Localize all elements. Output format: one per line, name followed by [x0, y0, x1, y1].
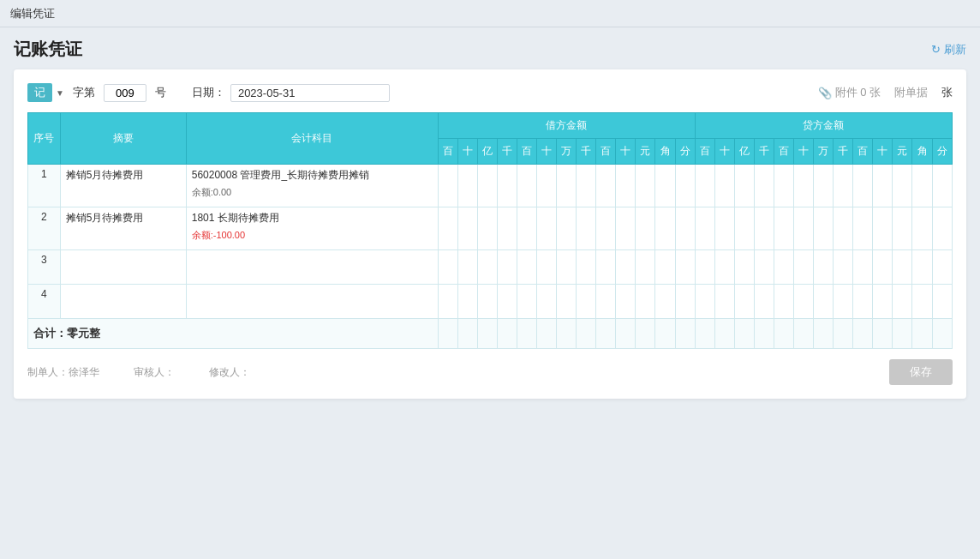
row-2-debit-5[interactable]	[517, 207, 536, 250]
row-3-account[interactable]	[186, 250, 438, 285]
row-3-credit-6[interactable]	[794, 250, 814, 285]
row-1-debit-8[interactable]	[577, 165, 596, 207]
row-2-debit-1[interactable]	[438, 207, 457, 250]
row-2-debit-9[interactable]	[596, 207, 616, 250]
row-2-debit-11[interactable]	[636, 207, 655, 250]
row-2-debit-2[interactable]	[457, 207, 477, 250]
row-4-debit-6[interactable]	[537, 285, 557, 319]
row-1-credit-5[interactable]	[774, 165, 793, 207]
row-2-debit-12[interactable]	[655, 207, 675, 250]
row-1-credit-2[interactable]	[714, 165, 734, 207]
table-row[interactable]: 4	[28, 285, 953, 319]
row-1-debit-5[interactable]	[517, 165, 536, 207]
row-2-credit-3[interactable]	[734, 207, 754, 250]
row-1-credit-9[interactable]	[853, 165, 873, 207]
row-1-credit-1[interactable]	[695, 165, 714, 207]
row-4-debit-13[interactable]	[675, 285, 695, 319]
row-4-summary[interactable]	[60, 285, 186, 319]
row-4-credit-3[interactable]	[734, 285, 754, 319]
row-2-credit-11[interactable]	[893, 207, 912, 250]
row-3-debit-5[interactable]	[517, 250, 536, 285]
row-4-account[interactable]	[186, 285, 438, 319]
row-1-debit-1[interactable]	[438, 165, 457, 207]
refresh-button[interactable]: ↻ 刷新	[931, 42, 966, 57]
row-3-debit-3[interactable]	[477, 250, 497, 285]
row-3-summary[interactable]	[60, 250, 186, 285]
row-3-debit-6[interactable]	[537, 250, 557, 285]
row-2-debit-8[interactable]	[577, 207, 596, 250]
row-2-debit-4[interactable]	[497, 207, 517, 250]
row-4-credit-5[interactable]	[774, 285, 793, 319]
row-3-debit-8[interactable]	[577, 250, 596, 285]
row-3-debit-9[interactable]	[596, 250, 616, 285]
row-3-debit-2[interactable]	[457, 250, 477, 285]
row-3-credit-7[interactable]	[814, 250, 834, 285]
dropdown-arrow-icon[interactable]: ▼	[56, 88, 64, 98]
row-4-debit-11[interactable]	[636, 285, 655, 319]
row-3-credit-10[interactable]	[873, 250, 893, 285]
row-3-debit-10[interactable]	[616, 250, 636, 285]
row-4-debit-9[interactable]	[596, 285, 616, 319]
row-4-debit-3[interactable]	[477, 285, 497, 319]
row-3-debit-1[interactable]	[438, 250, 457, 285]
row-2-debit-7[interactable]	[557, 207, 577, 250]
row-1-credit-11[interactable]	[893, 165, 912, 207]
row-2-credit-6[interactable]	[794, 207, 814, 250]
row-3-credit-2[interactable]	[714, 250, 734, 285]
row-1-credit-10[interactable]	[873, 165, 893, 207]
table-row[interactable]: 3	[28, 250, 953, 285]
row-1-debit-2[interactable]	[457, 165, 477, 207]
row-4-credit-11[interactable]	[893, 285, 912, 319]
row-1-account[interactable]: 56020008 管理费用_长期待摊费用摊销余额:0.00	[186, 165, 438, 207]
row-3-debit-13[interactable]	[675, 250, 695, 285]
row-4-debit-8[interactable]	[577, 285, 596, 319]
row-1-credit-4[interactable]	[754, 165, 774, 207]
row-2-account[interactable]: 1801 长期待摊费用余额:-100.00	[186, 207, 438, 250]
row-4-credit-1[interactable]	[695, 285, 714, 319]
row-4-credit-9[interactable]	[853, 285, 873, 319]
row-3-debit-11[interactable]	[636, 250, 655, 285]
row-4-credit-2[interactable]	[714, 285, 734, 319]
voucher-number-input[interactable]	[104, 84, 146, 102]
row-2-debit-10[interactable]	[616, 207, 636, 250]
row-4-credit-4[interactable]	[754, 285, 774, 319]
row-1-debit-12[interactable]	[655, 165, 675, 207]
row-2-debit-13[interactable]	[675, 207, 695, 250]
row-1-credit-12[interactable]	[912, 165, 932, 207]
voucher-type-label[interactable]: 记	[27, 83, 52, 102]
row-2-credit-13[interactable]	[932, 207, 952, 250]
row-1-credit-3[interactable]	[734, 165, 754, 207]
row-4-debit-12[interactable]	[655, 285, 675, 319]
row-3-credit-3[interactable]	[734, 250, 754, 285]
row-1-credit-6[interactable]	[794, 165, 814, 207]
row-4-debit-2[interactable]	[457, 285, 477, 319]
row-3-debit-4[interactable]	[497, 250, 517, 285]
row-2-credit-2[interactable]	[714, 207, 734, 250]
row-1-credit-13[interactable]	[932, 165, 952, 207]
row-4-credit-13[interactable]	[932, 285, 952, 319]
row-4-credit-6[interactable]	[794, 285, 814, 319]
row-3-credit-1[interactable]	[695, 250, 714, 285]
row-3-credit-13[interactable]	[932, 250, 952, 285]
row-1-debit-10[interactable]	[616, 165, 636, 207]
row-4-debit-7[interactable]	[557, 285, 577, 319]
row-2-credit-5[interactable]	[774, 207, 793, 250]
row-1-debit-3[interactable]	[477, 165, 497, 207]
fj-button[interactable]: 附单据	[894, 85, 928, 100]
row-2-credit-4[interactable]	[754, 207, 774, 250]
row-4-debit-5[interactable]	[517, 285, 536, 319]
row-1-debit-9[interactable]	[596, 165, 616, 207]
row-1-debit-7[interactable]	[557, 165, 577, 207]
row-2-summary[interactable]: 摊销5月待摊费用	[60, 207, 186, 250]
row-4-debit-1[interactable]	[438, 285, 457, 319]
row-4-credit-7[interactable]	[814, 285, 834, 319]
row-1-credit-8[interactable]	[834, 165, 853, 207]
row-3-credit-8[interactable]	[834, 250, 853, 285]
row-3-credit-5[interactable]	[774, 250, 793, 285]
row-1-debit-13[interactable]	[675, 165, 695, 207]
row-2-credit-8[interactable]	[834, 207, 853, 250]
row-2-debit-6[interactable]	[537, 207, 557, 250]
row-4-credit-12[interactable]	[912, 285, 932, 319]
row-1-debit-4[interactable]	[497, 165, 517, 207]
row-3-debit-7[interactable]	[557, 250, 577, 285]
